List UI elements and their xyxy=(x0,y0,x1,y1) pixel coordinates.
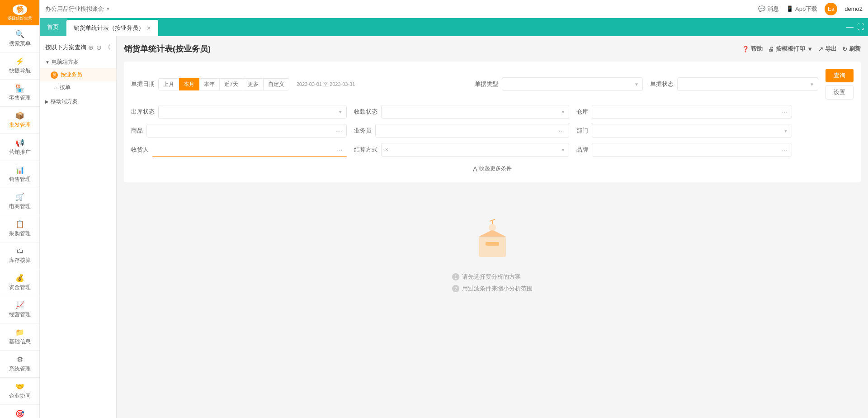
left-panel-header: 按以下方案查询 ⊕ ⊙ 《 xyxy=(40,41,116,54)
empty-tip-2: 2 用过滤条件来缩小分析范围 xyxy=(452,285,533,293)
date-btn-custom[interactable]: 自定义 xyxy=(264,78,289,90)
purchase-icon: 📋 xyxy=(15,220,24,228)
query-button[interactable]: 查询 xyxy=(826,69,854,82)
payment-clear-btn[interactable]: × xyxy=(385,147,388,153)
date-btn-this-year[interactable]: 本年 xyxy=(199,78,220,90)
tabbar-actions: — ⛶ xyxy=(846,23,868,31)
sidebar-item-system[interactable]: ⚙ 系统管理 xyxy=(0,351,39,378)
collapse-button[interactable]: ⋀ 收起更多条件 xyxy=(131,162,854,175)
sidebar-item-retail[interactable]: 🏪 零售管理 xyxy=(0,80,39,107)
app-download-icon: 📱 xyxy=(786,5,793,12)
out-status-control[interactable]: ▼ xyxy=(158,105,347,119)
goods-control[interactable]: ··· xyxy=(146,124,347,138)
sidebar-item-purchase[interactable]: 📋 采购管理 xyxy=(0,215,39,242)
sidebar-item-finance[interactable]: 💰 资金管理 xyxy=(0,269,39,296)
sidebar: 畅 畅捷信好生意 🔍 搜索菜单 ⚡ 快捷导航 🏪 零售管理 📦 批发管理 📢 营… xyxy=(0,0,40,418)
workspace-label: 办公用品行业模拟账套 xyxy=(45,5,104,13)
sidebar-item-operation[interactable]: 📈 经营管理 xyxy=(0,296,39,323)
add-scheme-icon[interactable]: ⊕ xyxy=(88,44,94,51)
desktop-scheme-section: ▼ 电脑端方案 员 按业务员 ⌂ 按单 xyxy=(40,56,116,94)
finance-icon: 💰 xyxy=(15,274,24,282)
recipient-control[interactable]: ··· xyxy=(152,143,347,157)
payment-arrow-icon: ▼ xyxy=(561,147,565,152)
type-control[interactable]: ▼ xyxy=(502,77,643,91)
payment-control[interactable]: × ▼ xyxy=(381,143,570,157)
tab-minimize-icon[interactable]: — xyxy=(846,23,854,31)
sidebar-item-ecommerce[interactable]: 🛒 电商管理 xyxy=(0,188,39,215)
user-avatar[interactable]: Ea xyxy=(825,3,837,15)
marketing-icon: 📢 xyxy=(15,138,24,147)
warehouse-control[interactable]: ··· xyxy=(592,105,792,119)
tab-sales-report-label: 销货单统计表（按业务员） xyxy=(74,24,144,32)
inventory-icon: 🗂 xyxy=(16,247,24,255)
sidebar-item-inventory[interactable]: 🗂 库存核算 xyxy=(0,242,39,269)
sidebar-item-quicknav[interactable]: ⚡ 快捷导航 xyxy=(0,52,39,80)
warehouse-label: 仓库 xyxy=(576,108,588,116)
tabbar: 首页 销货单统计表（按业务员） × — ⛶ xyxy=(40,18,868,36)
settings-button[interactable]: 设置 xyxy=(826,85,854,100)
svg-rect-0 xyxy=(479,237,506,257)
username[interactable]: demo2 xyxy=(844,5,863,12)
main-area: 办公用品行业模拟账套 ▼ 💬 消息 📱 App下载 Ea demo2 首页 销货… xyxy=(40,0,868,418)
scheme-item-order[interactable]: ⌂ 按单 xyxy=(40,81,116,94)
recipient-item: 收货人 ··· xyxy=(131,143,347,157)
scheme-item-salesperson[interactable]: 员 按业务员 xyxy=(40,68,116,81)
edit-scheme-icon[interactable]: ⊙ xyxy=(96,44,102,51)
help-btn[interactable]: ❓ 帮助 xyxy=(742,45,763,53)
logo[interactable]: 畅 畅捷信好生意 xyxy=(0,0,39,25)
status-control[interactable]: ▼ xyxy=(677,77,818,91)
payment-label: 结算方式 xyxy=(354,146,377,154)
tab-maximize-icon[interactable]: ⛶ xyxy=(857,23,864,31)
sidebar-item-basic[interactable]: 📁 基础信息 xyxy=(0,323,39,351)
left-panel-title: 按以下方案查询 xyxy=(45,43,86,52)
date-btn-more[interactable]: 更多 xyxy=(243,78,264,90)
date-btn-last-month[interactable]: 上月 xyxy=(158,78,179,90)
mobile-scheme-section: ▶ 移动端方案 xyxy=(40,95,116,108)
sidebar-item-newbie[interactable]: 🎯 新手引导 xyxy=(0,405,39,418)
export-btn[interactable]: ↗ 导出 xyxy=(818,45,837,53)
sidebar-item-wholesale[interactable]: 📦 批发管理 xyxy=(0,107,39,134)
mobile-scheme-toggle[interactable]: ▶ 移动端方案 xyxy=(40,95,116,108)
date-btn-7days[interactable]: 近7天 xyxy=(220,78,243,90)
app-download-btn[interactable]: 📱 App下载 xyxy=(786,5,817,13)
topbar-right: 💬 消息 📱 App下载 Ea demo2 xyxy=(758,3,863,15)
receipt-status-control[interactable]: ▼ xyxy=(381,105,570,119)
brand-control[interactable]: ··· xyxy=(592,143,792,157)
svg-rect-2 xyxy=(486,242,499,246)
salesperson-control[interactable]: ··· xyxy=(375,124,570,138)
page-title-bar: 销货单统计表(按业务员) ❓ 帮助 🖨 按模板打印 ▼ ↗ 导出 xyxy=(124,43,861,54)
message-btn[interactable]: 💬 消息 xyxy=(758,5,779,13)
search-icon: 🔍 xyxy=(15,30,24,38)
workspace-arrow-icon: ▼ xyxy=(106,6,110,11)
empty-tips: 1 请先选择要分析的方案 2 用过滤条件来缩小分析范围 xyxy=(452,273,533,293)
page-title: 销货单统计表(按业务员) xyxy=(124,43,211,54)
salesperson-scheme-icon: 员 xyxy=(51,71,58,79)
recipient-label: 收货人 xyxy=(131,146,149,154)
date-btn-this-month[interactable]: 本月 xyxy=(179,78,199,90)
refresh-btn[interactable]: ↻ 刷新 xyxy=(842,45,861,53)
print-icon: 🖨 xyxy=(768,46,774,52)
enterprise-icon: 🤝 xyxy=(15,382,24,391)
sidebar-item-sales[interactable]: 📊 销售管理 xyxy=(0,161,39,188)
sidebar-item-search[interactable]: 🔍 搜索菜单 xyxy=(0,25,39,52)
left-panel: 按以下方案查询 ⊕ ⊙ 《 ▼ 电脑端方案 员 按业务员 ⌂ 按 xyxy=(40,36,117,418)
out-status-label: 出库状态 xyxy=(131,108,155,116)
filter-row-3: 商品 ··· 业务员 ··· 部门 xyxy=(131,124,854,138)
template-print-btn[interactable]: 🖨 按模板打印 ▼ xyxy=(768,45,813,53)
newbie-icon: 🎯 xyxy=(15,409,24,418)
right-content: 销货单统计表(按业务员) ❓ 帮助 🖨 按模板打印 ▼ ↗ 导出 xyxy=(117,36,868,418)
type-label: 单据类型 xyxy=(475,80,498,88)
workspace-selector[interactable]: 办公用品行业模拟账套 ▼ xyxy=(45,5,110,13)
desktop-scheme-toggle[interactable]: ▼ 电脑端方案 xyxy=(40,56,116,68)
tab-sales-report[interactable]: 销货单统计表（按业务员） × xyxy=(66,20,158,36)
collapse-panel-icon[interactable]: 《 xyxy=(104,43,111,52)
filter-section: 单据日期 上月 本月 本年 近7天 更多 自定义 2023-03-01 至 20… xyxy=(124,62,861,182)
department-control[interactable]: ▼ xyxy=(592,124,792,138)
sidebar-item-enterprise[interactable]: 🤝 企业协同 xyxy=(0,378,39,405)
tab-home-label: 首页 xyxy=(47,23,59,31)
tab-close-icon[interactable]: × xyxy=(147,24,151,32)
out-status-arrow-icon: ▼ xyxy=(338,109,343,114)
tip-num-1: 1 xyxy=(452,273,459,280)
tab-home[interactable]: 首页 xyxy=(40,18,66,36)
sidebar-item-marketing[interactable]: 📢 营销推广 xyxy=(0,134,39,161)
